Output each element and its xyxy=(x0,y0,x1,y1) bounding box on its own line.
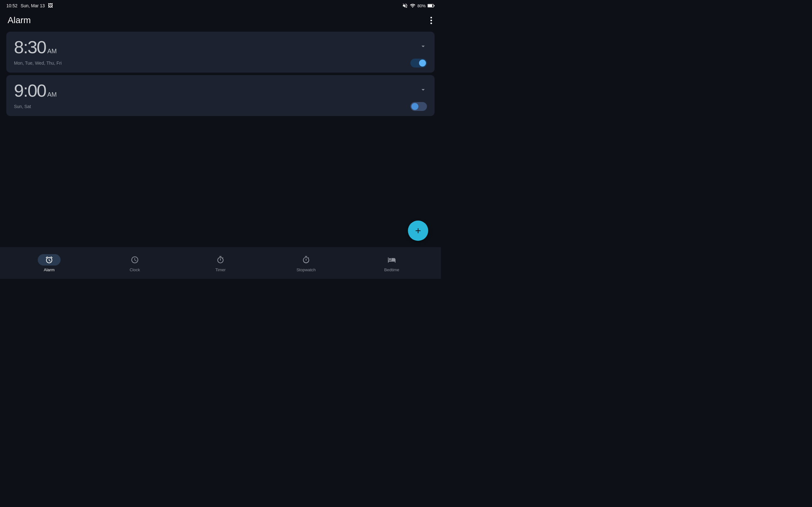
alarm-2-ampm: AM xyxy=(47,91,57,98)
alarm-tab-label: Alarm xyxy=(44,268,55,272)
wifi-icon xyxy=(410,3,415,9)
bedtime-icon xyxy=(388,256,396,264)
more-options-button[interactable] xyxy=(429,15,433,25)
status-time: 10:52 xyxy=(6,3,17,8)
alarm-1-ampm: AM xyxy=(47,48,57,55)
screenshot-icon: 🖼 xyxy=(48,3,53,9)
alarm-1-toggle[interactable] xyxy=(410,59,427,67)
clock-icon xyxy=(131,256,139,264)
alarm-tab-pill xyxy=(38,254,61,266)
stopwatch-tab-label: Stopwatch xyxy=(297,268,316,272)
stopwatch-icon xyxy=(302,256,310,264)
alarm-2-days: Sun, Sat xyxy=(14,104,31,109)
mute-icon xyxy=(402,3,408,9)
alarm-2-time: 9:00 AM xyxy=(14,80,57,101)
alarm-card-2[interactable]: 9:00 AM Sun, Sat xyxy=(6,75,435,116)
add-icon: + xyxy=(415,226,421,236)
svg-rect-1 xyxy=(428,4,432,7)
alarm-2-toggle[interactable] xyxy=(410,102,427,111)
status-left: 10:52 Sun, Mar 13 🖼 xyxy=(6,3,53,9)
tab-timer[interactable]: Timer xyxy=(177,254,263,272)
timer-tab-pill xyxy=(209,254,232,266)
clock-tab-label: Clock xyxy=(130,268,140,272)
bedtime-tab-pill xyxy=(380,254,403,266)
alarm-2-expand-icon[interactable] xyxy=(419,86,427,95)
alarm-2-hour: 9:00 xyxy=(14,80,46,101)
bedtime-tab-label: Bedtime xyxy=(384,268,399,272)
status-date: Sun, Mar 13 xyxy=(20,3,45,8)
page-title: Alarm xyxy=(8,15,31,25)
tab-stopwatch[interactable]: Stopwatch xyxy=(263,254,349,272)
app-header: Alarm xyxy=(0,11,441,29)
add-alarm-button[interactable]: + xyxy=(408,221,428,241)
status-right: 80% xyxy=(402,3,435,9)
alarm-1-hour: 8:30 xyxy=(14,37,46,57)
timer-tab-label: Timer xyxy=(215,268,226,272)
battery-level: 80% xyxy=(417,3,426,8)
stopwatch-tab-pill xyxy=(295,254,317,266)
clock-tab-pill xyxy=(123,254,146,266)
alarm-1-days: Mon, Tue, Wed, Thu, Fri xyxy=(14,60,61,66)
status-bar: 10:52 Sun, Mar 13 🖼 80% xyxy=(0,0,441,11)
tab-bedtime[interactable]: Bedtime xyxy=(349,254,435,272)
timer-icon xyxy=(216,256,224,264)
tab-clock[interactable]: Clock xyxy=(92,254,177,272)
alarm-1-expand-icon[interactable] xyxy=(419,43,427,52)
alarm-1-time: 8:30 AM xyxy=(14,37,57,57)
tab-alarm[interactable]: Alarm xyxy=(6,254,92,272)
alarm-list: 8:30 AM Mon, Tue, Wed, Thu, Fri 9:00 AM xyxy=(0,29,441,121)
svg-rect-2 xyxy=(434,5,435,6)
bottom-navigation: Alarm Clock Timer Stopwatch xyxy=(0,247,441,279)
alarm-card-1[interactable]: 8:30 AM Mon, Tue, Wed, Thu, Fri xyxy=(6,32,435,72)
alarm-clock-icon xyxy=(45,256,53,264)
battery-icon xyxy=(427,3,435,8)
